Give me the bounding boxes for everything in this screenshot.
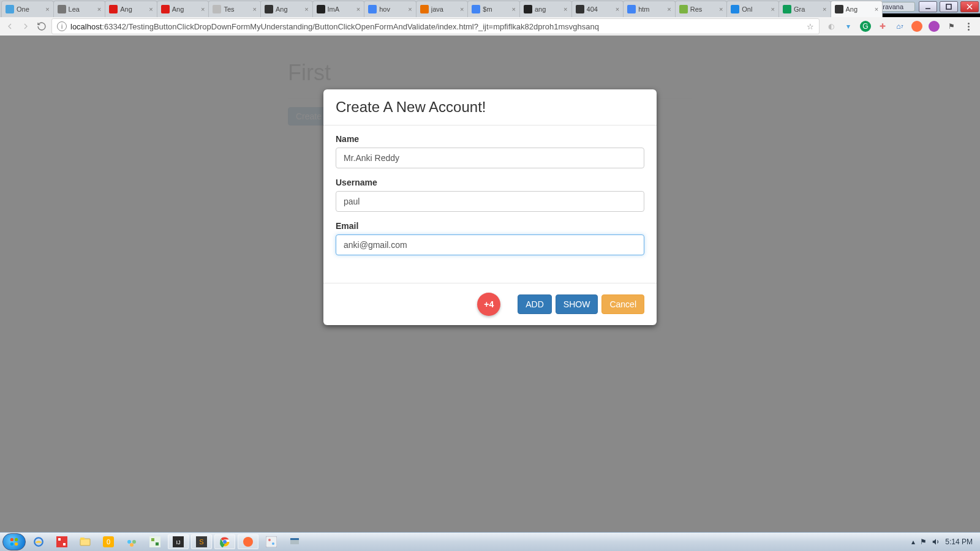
start-button[interactable] — [2, 533, 26, 550]
tray-show-hidden-icon[interactable]: ▴ — [911, 538, 915, 546]
window-minimize-button[interactable] — [919, 1, 937, 12]
extension-icon[interactable]: ✚ — [877, 21, 888, 32]
tab-close-icon[interactable]: × — [149, 6, 153, 13]
tab-title: Ang — [276, 6, 302, 13]
taskbar-app-icon[interactable] — [145, 534, 165, 549]
back-button[interactable] — [4, 20, 16, 32]
tab-close-icon[interactable]: × — [667, 6, 671, 13]
extension-icon[interactable] — [929, 21, 940, 32]
email-label: Email — [336, 221, 644, 231]
extension-icon[interactable]: G — [860, 21, 871, 32]
tab-title: ImA — [328, 6, 354, 13]
tab-title: Ang — [172, 6, 198, 13]
tray-action-center-icon[interactable]: ⚑ — [920, 538, 927, 546]
address-bar[interactable]: i localhost:63342/TestingButtonClickDrop… — [51, 18, 820, 34]
extension-icon[interactable]: ▾ — [843, 21, 854, 32]
bookmark-star-icon[interactable]: ☆ — [807, 22, 814, 31]
tab-close-icon[interactable]: × — [875, 6, 878, 13]
tab-close-icon[interactable]: × — [564, 6, 567, 13]
taskbar-sublime-icon[interactable]: S — [191, 534, 212, 549]
tab-title: Ang — [120, 6, 146, 13]
tab-close-icon[interactable]: × — [97, 6, 101, 13]
tab-close-icon[interactable]: × — [460, 6, 464, 13]
taskbar-app-icon[interactable] — [51, 534, 72, 549]
browser-tab[interactable]: java× — [416, 1, 469, 17]
browser-tab[interactable]: Tes× — [208, 1, 261, 17]
tab-title: Lea — [69, 6, 95, 13]
browser-tab[interactable]: ang× — [519, 1, 572, 17]
forward-button[interactable] — [20, 20, 32, 32]
add-button[interactable]: ADD — [518, 294, 552, 314]
taskbar-explorer-icon[interactable] — [75, 534, 96, 549]
browser-tab[interactable]: hov× — [364, 1, 417, 17]
browser-tab[interactable]: Lea× — [53, 1, 106, 17]
system-tray[interactable]: ▴ ⚑ 5:14 PM — [911, 538, 978, 546]
tab-title: hov — [379, 6, 405, 13]
tab-close-icon[interactable]: × — [356, 6, 360, 13]
tab-close-icon[interactable]: × — [771, 6, 774, 13]
taskbar-app-icon[interactable] — [284, 534, 305, 549]
tab-favicon-icon — [6, 5, 14, 13]
browser-tab[interactable]: $m× — [467, 1, 520, 17]
taskbar-postman-icon[interactable] — [238, 534, 258, 549]
taskbar-ie-icon[interactable] — [28, 534, 49, 549]
tab-close-icon[interactable]: × — [45, 6, 49, 13]
taskbar-chrome-icon[interactable] — [214, 534, 235, 549]
tab-close-icon[interactable]: × — [408, 6, 412, 13]
tab-close-icon[interactable]: × — [253, 6, 257, 13]
svg-rect-1 — [946, 4, 951, 9]
browser-tab[interactable]: Ang× — [105, 1, 157, 17]
svg-rect-21 — [156, 542, 159, 545]
name-input[interactable] — [336, 148, 644, 168]
browser-tab[interactable]: Ang× — [260, 1, 313, 17]
tab-close-icon[interactable]: × — [304, 6, 308, 13]
svg-rect-13 — [80, 538, 85, 540]
tab-title: $m — [483, 6, 509, 13]
svg-point-6 — [10, 542, 13, 545]
tab-close-icon[interactable]: × — [616, 6, 619, 13]
reload-button[interactable] — [36, 20, 48, 32]
browser-tab[interactable]: One× — [1, 1, 54, 17]
browser-menu-button[interactable] — [963, 21, 974, 32]
page-url: localhost:63342/TestingButtonClickDropDo… — [70, 22, 803, 31]
tab-favicon-icon — [213, 5, 221, 13]
window-maximize-button[interactable] — [940, 1, 958, 12]
cancel-button[interactable]: Cancel — [601, 294, 644, 314]
tab-close-icon[interactable]: × — [201, 6, 205, 13]
tab-close-icon[interactable]: × — [512, 6, 516, 13]
taskbar-app-icon[interactable] — [121, 534, 142, 549]
browser-tab[interactable]: ImA× — [312, 1, 365, 17]
tab-title: htm — [638, 6, 665, 13]
browser-tab[interactable]: Onl× — [726, 1, 779, 17]
taskbar-app-icon[interactable]: 0 — [98, 534, 119, 549]
taskbar-intellij-icon[interactable]: IJ — [168, 534, 189, 549]
extension-icons: ◐ ▾ G ✚ ⌂7 ⚑ — [823, 21, 976, 32]
browser-tab[interactable]: Ang× — [831, 1, 883, 17]
browser-tab[interactable]: Res× — [675, 1, 728, 17]
tray-clock[interactable]: 5:14 PM — [945, 538, 973, 546]
browser-tab[interactable]: Ang× — [157, 1, 209, 17]
tab-close-icon[interactable]: × — [823, 6, 826, 13]
username-input[interactable] — [336, 191, 644, 212]
browser-tab[interactable]: 404× — [571, 1, 624, 17]
svg-text:IJ: IJ — [176, 539, 180, 545]
email-input[interactable] — [336, 234, 644, 255]
browser-tab[interactable]: Gra× — [778, 1, 831, 17]
show-button[interactable]: SHOW — [556, 294, 598, 314]
tab-favicon-icon — [783, 5, 791, 13]
window-close-button[interactable] — [960, 1, 979, 12]
extension-icon[interactable] — [911, 21, 922, 32]
tray-volume-icon[interactable] — [932, 538, 940, 546]
tab-title: ang — [535, 6, 561, 13]
count-badge[interactable]: +4 — [477, 293, 500, 316]
tab-close-icon[interactable]: × — [719, 6, 723, 13]
extension-icon[interactable]: ⚑ — [946, 21, 957, 32]
extension-icon[interactable]: ◐ — [826, 21, 837, 32]
svg-point-17 — [132, 540, 136, 544]
svg-rect-10 — [58, 538, 61, 541]
browser-tab[interactable]: htm× — [623, 1, 676, 17]
taskbar-app-icon[interactable] — [261, 534, 282, 549]
extension-icon[interactable]: ⌂7 — [894, 21, 905, 32]
site-info-icon[interactable]: i — [57, 21, 67, 31]
name-label: Name — [336, 134, 644, 144]
